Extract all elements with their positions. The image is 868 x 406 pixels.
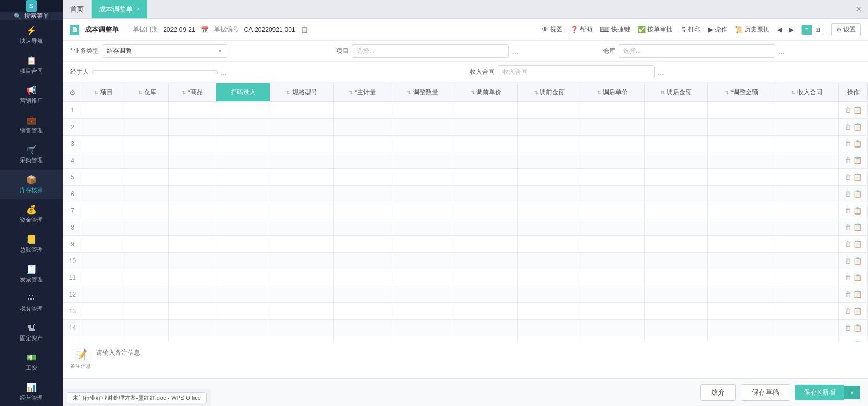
table-cell[interactable]	[644, 253, 707, 269]
view-list-button[interactable]: ≡	[802, 25, 812, 35]
income-contract-dots[interactable]: ...	[658, 68, 664, 76]
table-cell[interactable]	[644, 219, 707, 236]
table-cell[interactable]	[270, 286, 334, 303]
table-cell[interactable]	[708, 186, 775, 202]
table-cell[interactable]	[518, 219, 581, 236]
table-cell[interactable]	[581, 269, 644, 286]
table-cell[interactable]	[125, 236, 169, 253]
table-cell[interactable]	[518, 336, 581, 342]
tab-cost-adjust[interactable]: 成本调整单 ×	[92, 0, 147, 18]
table-cell[interactable]	[454, 136, 518, 152]
save-draft-button[interactable]: 保存草稿	[741, 384, 790, 401]
abandon-button[interactable]: 放弃	[700, 384, 736, 401]
nav-prev-action[interactable]: ◀	[777, 26, 782, 33]
table-cell[interactable]	[581, 152, 644, 169]
table-cell[interactable]	[518, 119, 581, 136]
table-cell[interactable]	[581, 186, 644, 202]
table-cell[interactable]	[270, 253, 334, 269]
table-cell[interactable]	[82, 102, 125, 119]
table-cell[interactable]	[334, 219, 391, 236]
table-cell[interactable]	[216, 219, 270, 236]
table-cell[interactable]	[334, 169, 391, 186]
delete-row-icon[interactable]: 🗑	[844, 140, 851, 148]
table-cell[interactable]	[391, 169, 454, 186]
table-cell[interactable]	[169, 186, 216, 202]
table-cell[interactable]	[169, 152, 216, 169]
table-cell[interactable]	[169, 136, 216, 152]
table-cell[interactable]	[581, 169, 644, 186]
sidebar-item-inventory-calc[interactable]: 📦 库存核算	[0, 170, 63, 199]
table-cell[interactable]	[125, 169, 169, 186]
copy-row-icon[interactable]: 📋	[853, 274, 862, 281]
table-cell[interactable]	[82, 336, 125, 342]
table-cell[interactable]	[169, 336, 216, 342]
table-cell[interactable]	[644, 336, 707, 342]
delete-row-icon[interactable]: 🗑	[844, 274, 851, 281]
table-cell[interactable]	[581, 253, 644, 269]
table-cell[interactable]	[125, 219, 169, 236]
table-cell[interactable]	[775, 119, 838, 136]
table-cell[interactable]	[270, 169, 334, 186]
table-cell[interactable]	[708, 119, 775, 136]
table-cell[interactable]	[82, 253, 125, 269]
table-cell[interactable]	[216, 320, 270, 336]
income-contract-select[interactable]: 收入合同	[498, 65, 655, 78]
table-cell[interactable]	[454, 152, 518, 169]
delete-row-icon[interactable]: 🗑	[844, 190, 851, 198]
column-settings-icon[interactable]: ⚙	[69, 88, 76, 97]
table-cell[interactable]	[581, 286, 644, 303]
table-cell[interactable]	[216, 152, 270, 169]
table-cell[interactable]	[334, 202, 391, 219]
table-cell[interactable]	[708, 136, 775, 152]
delete-row-icon[interactable]: 🗑	[844, 156, 851, 164]
table-cell[interactable]	[270, 219, 334, 236]
table-cell[interactable]	[708, 286, 775, 303]
sidebar-item-project-contract[interactable]: 📋 项目合同	[0, 50, 63, 80]
table-cell[interactable]	[270, 152, 334, 169]
view-grid-button[interactable]: ⊞	[812, 25, 824, 35]
table-cell[interactable]	[708, 152, 775, 169]
table-cell[interactable]	[125, 336, 169, 342]
table-cell[interactable]	[775, 303, 838, 320]
table-cell[interactable]	[518, 303, 581, 320]
table-cell[interactable]	[216, 136, 270, 152]
table-cell[interactable]	[454, 202, 518, 219]
table-cell[interactable]	[581, 336, 644, 342]
table-cell[interactable]	[581, 219, 644, 236]
table-cell[interactable]	[518, 253, 581, 269]
sidebar-item-capital-mgmt[interactable]: 💰 资金管理	[0, 199, 63, 229]
table-cell[interactable]	[82, 219, 125, 236]
table-cell[interactable]	[169, 236, 216, 253]
table-cell[interactable]	[82, 269, 125, 286]
copy-row-icon[interactable]: 📋	[853, 123, 862, 131]
table-cell[interactable]	[216, 102, 270, 119]
copy-row-icon[interactable]: 📋	[853, 140, 862, 148]
table-cell[interactable]	[581, 202, 644, 219]
table-cell[interactable]	[454, 236, 518, 253]
delete-row-icon[interactable]: 🗑	[844, 307, 851, 315]
table-cell[interactable]	[391, 336, 454, 342]
table-cell[interactable]	[125, 102, 169, 119]
table-cell[interactable]	[391, 202, 454, 219]
settings-col-header[interactable]: ⚙	[63, 83, 82, 102]
table-cell[interactable]	[775, 186, 838, 202]
sidebar-item-sales-promo[interactable]: 📢 营销推广	[0, 80, 63, 110]
table-cell[interactable]	[216, 303, 270, 320]
table-cell[interactable]	[454, 119, 518, 136]
table-cell[interactable]	[518, 152, 581, 169]
table-cell[interactable]	[334, 269, 391, 286]
table-cell[interactable]	[644, 102, 707, 119]
table-cell[interactable]	[125, 119, 169, 136]
table-cell[interactable]	[644, 169, 707, 186]
table-cell[interactable]	[708, 269, 775, 286]
table-cell[interactable]	[518, 269, 581, 286]
table-cell[interactable]	[775, 286, 838, 303]
table-cell[interactable]	[216, 269, 270, 286]
delete-row-icon[interactable]: 🗑	[844, 290, 851, 298]
table-cell[interactable]	[775, 136, 838, 152]
table-cell[interactable]	[169, 202, 216, 219]
notes-input[interactable]	[96, 346, 861, 363]
table-cell[interactable]	[708, 169, 775, 186]
view-action[interactable]: 👁 视图	[542, 25, 563, 34]
table-cell[interactable]	[644, 286, 707, 303]
